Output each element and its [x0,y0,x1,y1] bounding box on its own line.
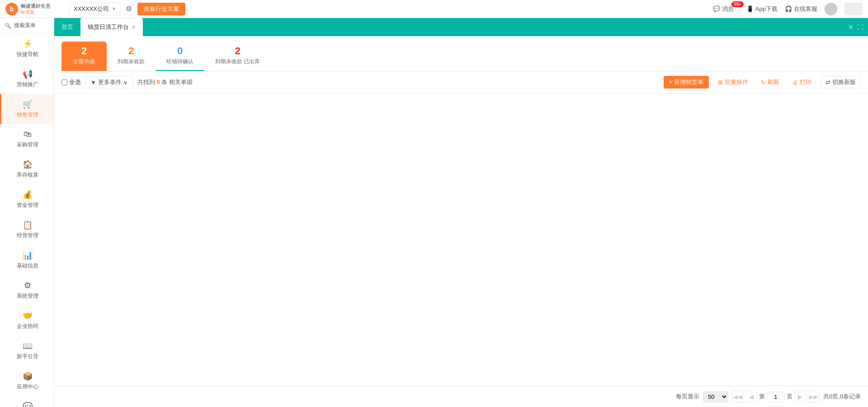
stats-tabs: 2 全部单据 2 到期未收款 0 旺铺待确认 2 到期未收款 已出库 [54,36,868,71]
sidebar-item-label: 基础信息 [17,262,38,270]
stat-num-overdue: 2 [118,45,145,57]
refresh-button[interactable]: ↻ 刷新 [757,76,783,88]
sidebar-item-basic-info[interactable]: 📊 基础信息 [0,245,54,275]
settings-icon[interactable]: ⚙ [126,5,132,13]
tab-bar: 首页 钱货日清工作台 ✕ ✕ ⛶ [54,18,868,36]
sidebar-item-label: 新手引导 [17,353,38,360]
sidebar-item-marketing[interactable]: 📢 营销推广 [0,64,54,94]
stat-tab-overdue[interactable]: 2 到期未收款 [107,42,156,71]
sidebar-item-guide[interactable]: 📖 新手引导 [0,336,54,366]
stat-num-pending: 0 [166,45,193,57]
found-text: 共找到 0 条 相关单据 [137,78,193,86]
user-name[interactable] [844,3,863,15]
close-window-icon[interactable]: ✕ [848,23,854,31]
page-nav: ◀◀ ◀ 第 页 ▶ ▶▶ [732,391,820,402]
toolbar: 全选 ▼ 更多条件 ∨ 共找到 0 条 相关单据 + 新增销货单 ⊞ 批量操作 [54,71,868,94]
dropdown-arrow-icon: ▼ [112,6,116,11]
filter-dropdown-icon: ∨ [123,79,128,86]
sidebar-item-inventory[interactable]: 🏠 库存核算 [0,154,54,184]
sidebar-item-wechat[interactable]: 💬 企业微信 [0,396,54,407]
batch-icon: ⊞ [718,79,723,86]
tab-home[interactable]: 首页 [54,18,80,36]
refresh-icon: ↻ [761,79,766,86]
guide-icon: 📖 [23,341,33,351]
inventory-icon: 🏠 [23,159,33,169]
table-area [54,94,868,386]
main-content: 首页 钱货日清工作台 ✕ ✕ ⛶ 2 全部单据 2 到期未收款 0 旺铺待确认 [54,18,868,407]
search-icon: 🔍 [5,23,11,29]
system-icon: ⚙ [24,281,31,290]
add-sale-order-button[interactable]: + 新增销货单 [664,76,709,89]
stat-label-all: 全部单据 [72,58,96,65]
cooperation-icon: 🤝 [23,311,33,321]
first-page-button[interactable]: ◀◀ [732,391,744,402]
print-label: 打印 [800,78,811,86]
batch-operation-button[interactable]: ⊞ 批量操作 [714,76,752,88]
found-count: 0 [157,79,160,85]
search-menu[interactable]: 🔍 搜索菜单 [0,18,54,33]
print-icon: 🖨 [792,79,798,86]
per-page-label: 每页显示 [676,393,699,401]
sidebar-item-app-center[interactable]: 📦 应用中心 [0,366,54,396]
sidebar-item-purchase[interactable]: 🛍 采购管理 [0,124,54,154]
avatar[interactable] [825,3,837,15]
sidebar-item-cooperation[interactable]: 🤝 企业协同 [0,305,54,336]
next-page-button[interactable]: ▶ [794,391,806,402]
stat-num-shipped: 2 [215,45,260,57]
prev-page-button[interactable]: ◀ [745,391,757,402]
message-item[interactable]: 💬 消息 99+ [713,5,739,13]
online-service-item[interactable]: 🎧 在线客服 [785,5,817,13]
sidebar-item-system[interactable]: ⚙ 系统管理 [0,275,54,305]
sidebar-item-sales[interactable]: 🛒 销售管理 [0,94,54,124]
tab-close-icon[interactable]: ✕ [132,24,136,30]
sidebar-item-label: 经营管理 [17,232,38,239]
select-all-input[interactable] [61,80,67,85]
online-service-label: 在线客服 [794,5,817,13]
stat-num-all: 2 [72,45,96,57]
stat-tab-all[interactable]: 2 全部单据 [61,42,107,71]
sidebar-item-label: 应用中心 [17,383,38,391]
company-name: XXXXXX公司 [74,5,109,13]
sidebar-item-finance[interactable]: 💰 资金管理 [0,184,54,215]
trial-button[interactable]: 体验行业方案 [137,3,185,15]
tab-cash-flow[interactable]: 钱货日清工作台 ✕ [80,18,143,36]
logo-text: 畅捷通好生意 标准版 [21,3,51,15]
operations-icon: 📋 [23,220,33,230]
sidebar-item-label: 快捷导航 [17,51,38,58]
maximize-icon[interactable]: ⛶ [857,23,863,31]
tab-home-label: 首页 [61,23,73,31]
app-download-label: App下载 [755,5,778,13]
sidebar-item-label: 营销推广 [17,81,38,89]
sidebar-item-label: 库存核算 [17,171,38,179]
purchase-icon: 🛍 [24,130,32,139]
stat-tab-pending[interactable]: 0 旺铺待确认 [156,42,204,71]
sidebar: 🔍 搜索菜单 ⚡ 快捷导航 📢 营销推广 🛒 销售管理 🛍 采购管理 🏠 库存核… [0,18,54,407]
message-badge: 99+ [731,1,744,7]
sidebar-item-label: 采购管理 [17,141,38,149]
sidebar-item-quick-nav[interactable]: ⚡ 快捷导航 [0,33,54,64]
page-number-input[interactable] [767,392,785,402]
logo-icon: b [5,3,18,15]
last-page-button[interactable]: ▶▶ [808,391,820,402]
sidebar-item-label: 系统管理 [17,292,38,300]
print-button[interactable]: 🖨 打印 [788,76,815,88]
message-icon: 💬 [713,5,720,12]
download-icon: 📱 [746,5,754,12]
service-icon: 🎧 [785,5,792,12]
select-all-checkbox[interactable]: 全选 [61,78,81,86]
switch-version-button[interactable]: ⇄ 切换新版 [821,76,861,89]
content-area: 2 全部单据 2 到期未收款 0 旺铺待确认 2 到期未收款 已出库 全选 [54,36,868,407]
switch-icon: ⇄ [826,79,830,86]
finance-icon: 💰 [23,190,33,200]
app-download-item[interactable]: 📱 App下载 [746,5,778,13]
marketing-icon: 📢 [23,69,33,79]
filter-icon: ▼ [90,79,96,86]
per-page-select[interactable]: 50 10 20 100 [703,391,728,402]
filter-button[interactable]: ▼ 更多条件 ∨ [85,76,133,89]
company-selector[interactable]: XXXXXX公司 ▼ [69,3,121,15]
switch-label: 切换新版 [832,78,856,86]
top-right-area: 💬 消息 99+ 📱 App下载 🎧 在线客服 [713,3,863,15]
select-all-label: 全选 [69,78,81,86]
sidebar-item-operations[interactable]: 📋 经营管理 [0,215,54,245]
stat-tab-shipped[interactable]: 2 到期未收款 已出库 [204,42,271,71]
